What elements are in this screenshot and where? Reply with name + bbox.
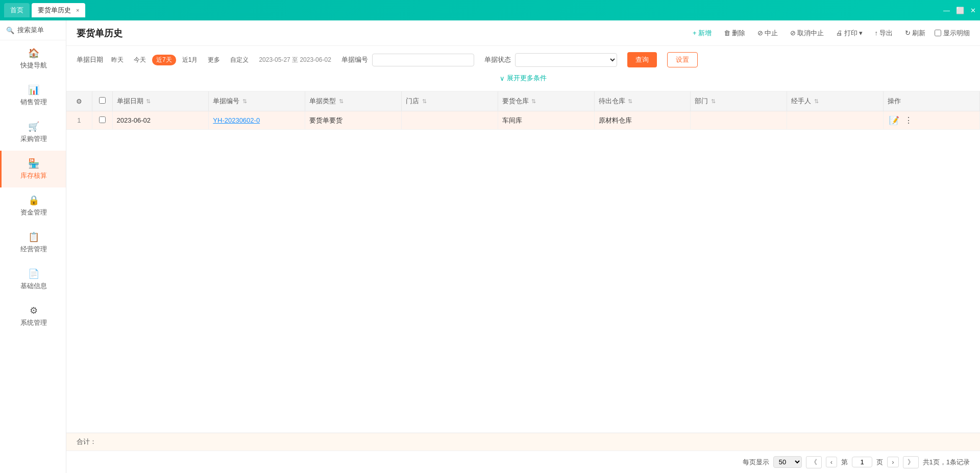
sidebar: 🔍 搜索菜单 🏠 快捷导航 📊 销售管理 🛒 采购管理 🏪 库存核算 🔒 资金管… (0, 20, 66, 473)
sidebar-item-operations-label: 经营管理 (20, 245, 47, 254)
display-detail-toggle[interactable]: 显示明细 (935, 29, 970, 38)
new-label: 新增 (698, 29, 712, 38)
row-number-link[interactable]: YH-20230602-0 (213, 116, 260, 124)
top-bar: 首页 要货单历史 × — ⬜ ✕ (0, 0, 980, 20)
sidebar-item-purchase-label: 采购管理 (20, 134, 47, 144)
sidebar-item-base-info[interactable]: 📄 基础信息 (0, 261, 66, 298)
date-btn-today[interactable]: 今天 (130, 55, 150, 65)
sidebar-item-quick-nav[interactable]: 🏠 快捷导航 (0, 40, 66, 77)
sidebar-item-purchase[interactable]: 🛒 采购管理 (0, 114, 66, 151)
refresh-icon: ↻ (905, 29, 911, 37)
th-handler[interactable]: 经手人 ⇅ (787, 91, 884, 111)
date-label: 单据日期 (77, 55, 103, 64)
page-title: 要货单历史 (77, 27, 690, 39)
print-icon: 🖨 (836, 29, 843, 37)
th-handler-label: 经手人 (791, 97, 811, 105)
export-button[interactable]: ↑ 导出 (872, 27, 896, 40)
sidebar-item-system-label: 系统管理 (20, 318, 47, 327)
display-detail-checkbox[interactable] (935, 30, 941, 36)
row-more-icon[interactable]: ⋮ (904, 116, 913, 125)
table-header-row: ⚙ 单据日期 ⇅ 单据编号 ⇅ (66, 91, 980, 111)
settings-button[interactable]: 设置 (667, 52, 698, 67)
delete-button[interactable]: 🗑 删除 (721, 27, 748, 40)
th-req-warehouse[interactable]: 要货仓库 ⇅ (498, 91, 594, 111)
maximize-icon[interactable]: ⬜ (956, 7, 964, 14)
print-button[interactable]: 🖨 打印 ▾ (833, 27, 866, 40)
delete-icon: 🗑 (724, 29, 730, 37)
table-container: ⚙ 单据日期 ⇅ 单据编号 ⇅ (66, 91, 980, 433)
page-label: 页 (876, 458, 883, 467)
tab-home[interactable]: 首页 (4, 3, 30, 17)
requisition-table: ⚙ 单据日期 ⇅ 单据编号 ⇅ (66, 91, 980, 130)
row-pending-warehouse: 原材料仓库 (594, 111, 691, 130)
doc-status-select[interactable] (515, 53, 617, 67)
th-settings[interactable]: ⚙ (66, 91, 92, 111)
th-date[interactable]: 单据日期 ⇅ (112, 91, 209, 111)
sort-number-icon: ⇅ (242, 98, 247, 104)
date-btn-1month[interactable]: 近1月 (178, 55, 202, 65)
row-department (691, 111, 787, 130)
tab-requisition-history[interactable]: 要货单历史 × (32, 3, 85, 17)
row-select-checkbox[interactable] (99, 116, 106, 123)
tab-close-icon[interactable]: × (76, 7, 79, 13)
page-size-select[interactable]: 10 20 50 100 (773, 456, 802, 468)
date-btn-more[interactable]: 更多 (204, 55, 224, 65)
page-size-label: 每页显示 (743, 458, 769, 467)
new-button[interactable]: + 新增 (690, 27, 715, 40)
th-type[interactable]: 单据类型 ⇅ (305, 91, 402, 111)
row-date: 2023-06-02 (112, 111, 209, 130)
prev-page-button[interactable]: ‹ (826, 457, 837, 467)
doc-number-input[interactable] (372, 54, 474, 66)
sidebar-item-operations[interactable]: 📋 经营管理 (0, 224, 66, 261)
last-page-button[interactable]: 》 (903, 456, 919, 468)
cancel-stop-button[interactable]: ⊘ 取消中止 (787, 27, 827, 40)
close-icon[interactable]: ✕ (970, 7, 976, 14)
page-input[interactable] (852, 457, 872, 467)
th-number-label: 单据编号 (213, 97, 239, 105)
tab-home-label: 首页 (10, 6, 23, 15)
sidebar-item-inventory-label: 库存核算 (20, 171, 47, 180)
th-department[interactable]: 部门 ⇅ (691, 91, 787, 111)
sidebar-item-sales[interactable]: 📊 销售管理 (0, 77, 66, 114)
delete-label: 删除 (732, 29, 745, 38)
first-page-button[interactable]: 《 (806, 456, 822, 468)
search-icon: 🔍 (6, 27, 14, 34)
date-btn-7days[interactable]: 近7天 (152, 55, 176, 65)
doc-number-filter-group: 单据编号 (341, 54, 474, 66)
th-number[interactable]: 单据编号 ⇅ (209, 91, 305, 111)
cancel-stop-icon: ⊘ (790, 29, 796, 37)
tab-requisition-label: 要货单历史 (38, 6, 71, 15)
sidebar-item-finance[interactable]: 🔒 资金管理 (0, 187, 66, 224)
print-dropdown-icon: ▾ (859, 29, 863, 37)
sort-department-icon: ⇅ (711, 98, 716, 104)
sidebar-search[interactable]: 🔍 搜索菜单 (0, 20, 66, 40)
minimize-icon[interactable]: — (943, 7, 950, 14)
refresh-label: 刷新 (912, 29, 925, 38)
sidebar-item-quick-nav-label: 快捷导航 (20, 61, 47, 70)
row-req-warehouse: 车间库 (498, 111, 594, 130)
expand-more-btn[interactable]: ∨ 展开更多条件 (77, 72, 970, 85)
sidebar-item-system[interactable]: ⚙ 系统管理 (0, 298, 66, 335)
toolbar: + 新增 🗑 删除 ⊘ 中止 ⊘ 取消中止 🖨 打印 (690, 27, 970, 40)
stop-icon: ⊘ (757, 29, 763, 37)
next-page-button[interactable]: › (887, 457, 898, 467)
stop-button[interactable]: ⊘ 中止 (754, 27, 781, 40)
date-btn-custom[interactable]: 自定义 (226, 55, 253, 65)
stop-label: 中止 (765, 29, 778, 38)
sidebar-item-finance-label: 资金管理 (20, 208, 47, 217)
refresh-button[interactable]: ↻ 刷新 (902, 27, 928, 40)
query-button[interactable]: 查询 (627, 52, 657, 67)
row-checkbox (92, 111, 112, 130)
select-all-checkbox[interactable] (99, 97, 106, 104)
row-edit-icon[interactable]: 📝 (889, 116, 899, 125)
sidebar-item-inventory[interactable]: 🏪 库存核算 (0, 151, 66, 187)
date-btn-yesterday[interactable]: 昨天 (107, 55, 128, 65)
th-pending-warehouse[interactable]: 待出仓库 ⇅ (594, 91, 691, 111)
th-pending-warehouse-label: 待出仓库 (599, 97, 625, 105)
window-controls: — ⬜ ✕ (943, 7, 976, 14)
store-icon: 🏪 (28, 158, 39, 169)
doc-icon: 📄 (28, 268, 39, 279)
th-store[interactable]: 门店 ⇅ (401, 91, 498, 111)
sidebar-search-label: 搜索菜单 (17, 26, 44, 35)
th-date-label: 单据日期 (117, 97, 143, 105)
